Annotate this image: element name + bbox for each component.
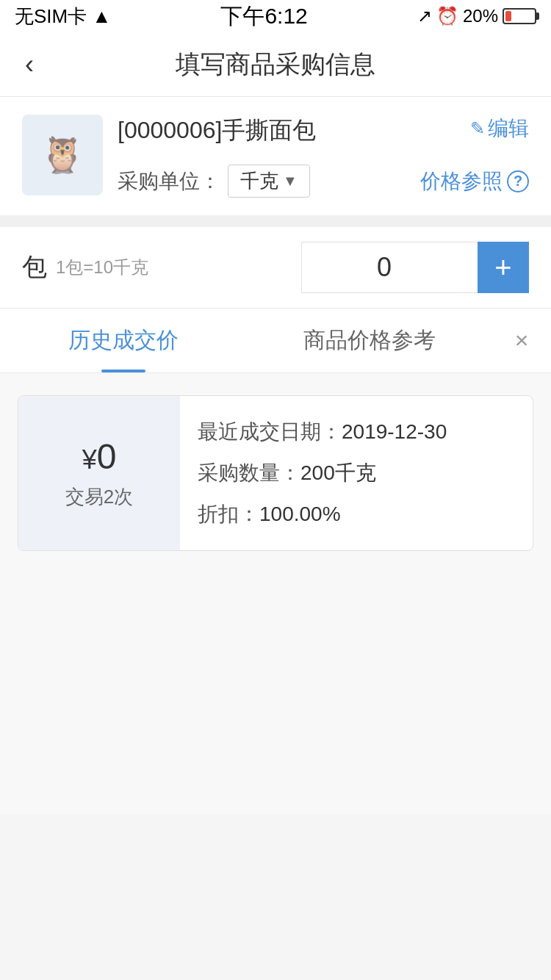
unit-value: 千克 — [240, 168, 278, 194]
help-icon: ? — [507, 170, 529, 192]
status-right: ↗ ⏰ 20% — [417, 6, 536, 26]
card-left: ¥0 交易2次 — [18, 396, 180, 550]
history-card: ¥0 交易2次 最近成交日期：2019-12-30 采购数量：200千克 折扣：… — [18, 395, 533, 551]
unit-convert: 1包=10千克 — [56, 256, 148, 279]
trade-count: 交易2次 — [65, 484, 133, 510]
tab-close-button[interactable]: × — [492, 309, 551, 372]
product-card: 🦉 [0000006]手撕面包 ✎ 编辑 采购单位： 千克 ▼ 价格参照 ? — [0, 97, 551, 215]
quantity-row: 包 1包=10千克 + — [0, 227, 551, 308]
status-time: 下午6:12 — [220, 1, 307, 32]
quantity-input-row: + — [301, 242, 529, 293]
product-id: [0000006] — [118, 117, 222, 143]
location-icon: ↗ — [417, 6, 432, 26]
edit-label: 编辑 — [488, 115, 529, 143]
discount-label: 折扣： — [198, 502, 259, 525]
product-title: 手撕面包 — [222, 117, 316, 143]
unit-selector[interactable]: 千克 ▼ — [228, 165, 310, 198]
nav-bar: ‹ 填写商品采购信息 — [0, 32, 551, 97]
back-button[interactable]: ‹ — [18, 42, 41, 87]
quantity-plus-button[interactable]: + — [478, 242, 529, 293]
product-name: [0000006]手撕面包 — [118, 115, 316, 147]
quantity-detail-value: 200千克 — [300, 461, 376, 484]
tab-history-price[interactable]: 历史成交价 — [0, 309, 246, 372]
purchase-row: 采购单位： 千克 ▼ 价格参照 ? — [118, 165, 529, 198]
recent-date-value: 2019-12-30 — [342, 420, 447, 443]
status-left: 无SIM卡 ▲ — [15, 4, 111, 29]
purchase-unit-label: 采购单位： — [118, 167, 220, 195]
product-thumbnail-icon: 🦉 — [40, 134, 84, 176]
section-divider — [0, 215, 551, 227]
price-reference-button[interactable]: 价格参照 ? — [420, 167, 529, 195]
content-area: ¥0 交易2次 最近成交日期：2019-12-30 采购数量：200千克 折扣：… — [0, 373, 551, 814]
product-image: 🦉 — [22, 115, 103, 195]
tab-price-reference[interactable]: 商品价格参考 — [246, 309, 492, 372]
unit-badge: 包 — [22, 251, 47, 284]
status-bar: 无SIM卡 ▲ 下午6:12 ↗ ⏰ 20% — [0, 0, 551, 32]
battery-icon — [503, 8, 536, 24]
tabs-panel: 历史成交价 商品价格参考 × ¥0 交易2次 最近成交日期：2019-12-30… — [0, 309, 551, 814]
carrier-text: 无SIM卡 ▲ — [15, 4, 111, 29]
quantity-input[interactable] — [301, 242, 478, 293]
tabs-header: 历史成交价 商品价格参考 × — [0, 309, 551, 373]
product-header: [0000006]手撕面包 ✎ 编辑 — [118, 115, 529, 147]
edit-icon: ✎ — [470, 118, 485, 139]
alarm-icon: ⏰ — [436, 6, 458, 26]
price-value: 0 — [97, 437, 117, 476]
recent-date-row: 最近成交日期：2019-12-30 — [198, 417, 515, 447]
product-info: [0000006]手撕面包 ✎ 编辑 采购单位： 千克 ▼ 价格参照 ? — [118, 115, 529, 198]
price-ref-label: 价格参照 — [420, 167, 503, 195]
page-title: 填写商品采购信息 — [176, 48, 375, 82]
purchase-unit: 采购单位： 千克 ▼ — [118, 165, 310, 198]
quantity-detail-row: 采购数量：200千克 — [198, 458, 515, 489]
price-display: ¥0 — [82, 436, 117, 477]
discount-value: 100.00% — [259, 502, 341, 525]
card-right: 最近成交日期：2019-12-30 采购数量：200千克 折扣：100.00% — [180, 396, 533, 550]
quantity-detail-label: 采购数量： — [198, 461, 300, 484]
recent-date-label: 最近成交日期： — [198, 420, 342, 443]
edit-button[interactable]: ✎ 编辑 — [470, 115, 529, 143]
discount-row: 折扣：100.00% — [198, 499, 515, 530]
price-symbol: ¥ — [82, 444, 97, 475]
battery-percent: 20% — [463, 6, 498, 26]
dropdown-arrow-icon: ▼ — [283, 173, 298, 190]
quantity-label: 包 1包=10千克 — [22, 251, 148, 284]
